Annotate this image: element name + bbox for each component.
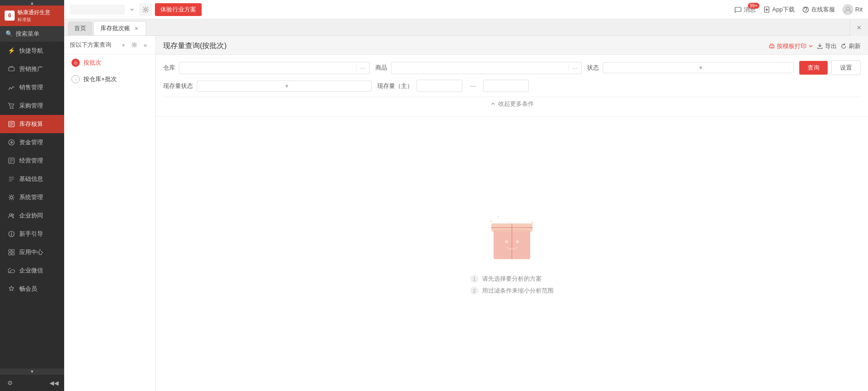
status-select[interactable]: ▼	[603, 62, 794, 73]
export-btn[interactable]: 导出	[817, 42, 837, 50]
filter-field-warehouse: 仓库 ···	[163, 62, 370, 74]
left-panel: 按以下方案查询 + « ⊙ 按批次 ○ 按仓库+批次	[64, 36, 156, 391]
stock-status-label: 现存量状态	[163, 82, 193, 90]
tabbar: 首页 库存批次账 ✕ ✕	[64, 19, 868, 36]
scheme-batch-label: 按批次	[83, 59, 101, 67]
app-center-icon	[7, 248, 16, 256]
messages-badge: 99+	[748, 3, 759, 9]
main-area: 体验行业方案 消息 99+ App下载 在线客服 Rit	[64, 0, 868, 391]
sidebar-item-finance[interactable]: 资金管理	[0, 133, 64, 152]
left-panel-actions: + «	[119, 40, 150, 49]
filter-field-stock-qty: 现存量（主） —	[377, 80, 586, 92]
sidebar-item-quick-nav[interactable]: ⚡ 快捷导航	[0, 42, 64, 60]
topbar-right: 消息 99+ App下载 在线客服 Rit	[734, 4, 863, 15]
app-download-label: App下载	[772, 5, 795, 14]
collapse-more-label: 收起更多条件	[498, 100, 534, 108]
svg-point-29	[505, 240, 508, 243]
scheme-settings-icon[interactable]	[130, 40, 139, 49]
collapse-more-btn[interactable]: 收起更多条件	[163, 97, 861, 111]
refresh-btn[interactable]: 刷新	[841, 42, 861, 50]
product-dots-btn[interactable]: ···	[568, 64, 582, 71]
scroll-down-icon: ▼	[30, 369, 34, 374]
filter-row-1: 仓库 ··· 商品 ···	[163, 60, 861, 75]
sidebar-header: 6 畅康通好生意 标准版	[0, 5, 64, 26]
sidebar-item-enterprise-collab[interactable]: 企业协同	[0, 206, 64, 225]
left-panel-title: 按以下方案查询	[70, 41, 111, 49]
sidebar-scroll-top[interactable]: ▲	[0, 0, 64, 5]
sidebar-item-inventory[interactable]: 库存核算	[0, 115, 64, 133]
sidebar-item-app-center[interactable]: 应用中心	[0, 243, 64, 261]
stock-qty-to-input[interactable]	[483, 80, 529, 92]
enterprise-collab-icon	[7, 212, 16, 220]
stock-status-select[interactable]: ▼	[197, 81, 372, 92]
sidebar-item-guide[interactable]: 新手引导	[0, 225, 64, 243]
tab-close-icon[interactable]: ✕	[133, 25, 139, 32]
sales-icon	[7, 83, 16, 92]
scheme-item-by-batch[interactable]: ⊙ 按批次	[64, 54, 155, 71]
product-input[interactable]	[391, 62, 568, 74]
tab-inventory-batch[interactable]: 库存批次账 ✕	[93, 21, 146, 35]
settings-button[interactable]: 设置	[831, 60, 861, 75]
svg-rect-11	[12, 250, 14, 252]
svg-point-2	[12, 108, 13, 109]
guide-icon	[7, 230, 16, 238]
user-avatar-btn[interactable]: Rit	[842, 4, 863, 15]
enterprise-wechat-icon	[7, 266, 16, 275]
search-icon: 🔍	[5, 30, 13, 37]
warehouse-dots-btn[interactable]: ···	[356, 64, 369, 71]
svg-rect-12	[9, 253, 11, 255]
export-label: 导出	[825, 42, 837, 50]
online-service-btn[interactable]: 在线客服	[802, 5, 835, 14]
sidebar-item-system[interactable]: 系统管理	[0, 188, 64, 206]
sidebar-item-operations[interactable]: 经营管理	[0, 152, 64, 170]
topbar: 体验行业方案 消息 99+ App下载 在线客服 Rit	[64, 0, 868, 19]
sidebar-search[interactable]: 🔍 搜索菜单	[0, 26, 64, 42]
add-scheme-btn[interactable]: +	[119, 40, 128, 49]
collapse-sidebar-icon[interactable]: ◀◀	[49, 378, 59, 387]
topbar-gear-btn[interactable]	[139, 3, 152, 16]
svg-point-27	[532, 222, 533, 223]
messages-btn[interactable]: 消息 99+	[734, 5, 756, 14]
sidebar-item-marketing[interactable]: 营销推广	[0, 60, 64, 78]
topbar-search-input[interactable]	[73, 6, 110, 13]
basic-info-icon	[7, 175, 16, 183]
collapse-left-panel-icon[interactable]: «	[141, 40, 150, 49]
collapse-icon	[490, 101, 496, 107]
svg-point-28	[498, 216, 499, 217]
scheme-item-by-warehouse-batch[interactable]: ○ 按仓库+批次	[64, 71, 155, 87]
app-title: 畅康通好生意 标准版	[17, 9, 50, 22]
tab-right-close-btn[interactable]: ✕	[850, 19, 868, 36]
settings-icon[interactable]: ⚙	[5, 378, 15, 387]
topbar-search-dropdown[interactable]	[127, 5, 137, 14]
sidebar-nav-list: ⚡ 快捷导航 营销推广 销售管理 采购管理	[0, 42, 64, 369]
step-2-text: 用过滤条件来缩小分析范围	[482, 287, 554, 295]
query-button[interactable]: 查询	[799, 61, 828, 75]
warehouse-input[interactable]	[179, 62, 356, 74]
filter-actions: 查询 设置	[799, 60, 861, 75]
sidebar-item-member[interactable]: 畅会员	[0, 280, 64, 298]
topbar-left: 体验行业方案	[70, 3, 730, 16]
product-label: 商品	[375, 64, 387, 72]
status-chevron-icon: ▼	[698, 65, 790, 71]
page-title-bar: 现存量查询(按批次) 按模板打印 导出 刷新	[156, 36, 868, 55]
sidebar-item-enterprise-wechat[interactable]: 企业微信	[0, 261, 64, 280]
stock-qty-from-input[interactable]	[417, 80, 462, 92]
svg-point-15	[145, 8, 147, 11]
sidebar-item-purchase[interactable]: 采购管理	[0, 97, 64, 115]
system-icon	[7, 193, 16, 201]
svg-rect-10	[9, 250, 11, 252]
sidebar-item-sales[interactable]: 销售管理	[0, 78, 64, 97]
sidebar-scroll-bottom[interactable]: ▼	[0, 369, 64, 374]
topbar-search-box[interactable]	[70, 5, 125, 15]
warehouse-label: 仓库	[163, 64, 175, 72]
svg-rect-13	[12, 253, 14, 255]
svg-point-7	[10, 213, 12, 216]
inventory-icon	[7, 120, 16, 128]
tab-home[interactable]: 首页	[68, 22, 93, 35]
sidebar-item-basic-info[interactable]: 基础信息	[0, 170, 64, 188]
experience-btn[interactable]: 体验行业方案	[155, 3, 202, 16]
print-template-btn[interactable]: 按模板打印	[769, 42, 813, 50]
marketing-icon	[7, 65, 16, 73]
warehouse-input-wrapper: ···	[179, 62, 370, 74]
app-download-btn[interactable]: App下载	[763, 5, 795, 14]
